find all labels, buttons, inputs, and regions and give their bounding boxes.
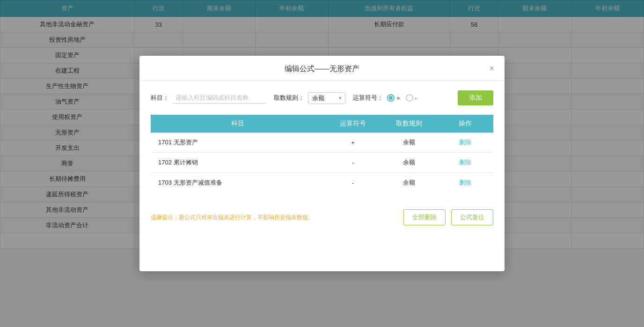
th-action: 操作: [437, 115, 493, 133]
rule-group: 取数规则： 余额 借方发生额 贷方发生额 ▼: [274, 92, 345, 104]
modal-title: 编辑公式——无形资产: [285, 65, 359, 73]
modal-overlay: 编辑公式——无形资产 × 科目： 取数规则： 余额: [0, 0, 644, 327]
table-row: 1702 累计摊销-余额删除: [151, 153, 493, 173]
add-button[interactable]: 添加: [458, 90, 493, 105]
radio-minus-circle[interactable]: [406, 94, 413, 102]
modal-dialog: 编辑公式——无形资产 × 科目： 取数规则： 余额: [139, 56, 505, 271]
rule-select-wrapper: 余额 借方发生额 贷方发生额 ▼: [308, 92, 345, 104]
cell-subject: 1702 累计摊销: [151, 153, 325, 173]
modal-footer: 温馨提示：新公式只对未出报表进行计算，不影响历史报表数据。 全部删除 公式复位: [139, 202, 505, 235]
reset-formula-button[interactable]: 公式复位: [451, 209, 493, 225]
th-subject: 科目: [151, 115, 325, 133]
rule-label: 取数规则：: [274, 94, 304, 102]
cell-rule: 余额: [381, 133, 437, 153]
table-row: 1703 无形资产减值准备-余额删除: [151, 173, 493, 193]
footer-hint: 温馨提示：新公式只对未出报表进行计算，不影响历史报表数据。: [151, 214, 314, 222]
table-row: 1701 无形资产+余额删除: [151, 133, 493, 153]
delete-row-button[interactable]: 删除: [459, 138, 471, 147]
radio-minus-label: -: [415, 95, 417, 102]
cell-action: 删除: [437, 153, 493, 173]
subject-group: 科目：: [151, 92, 266, 104]
table-header-row: 科目 运算符号 取数规则 操作: [151, 115, 493, 133]
subject-input[interactable]: [173, 92, 266, 104]
subject-label: 科目：: [151, 94, 169, 102]
cell-action: 删除: [437, 133, 493, 153]
radio-minus[interactable]: -: [406, 94, 417, 102]
form-row: 科目： 取数规则： 余额 借方发生额 贷方发生额 ▼: [151, 90, 493, 105]
modal-header: 编辑公式——无形资产 ×: [139, 56, 505, 81]
delete-all-button[interactable]: 全部删除: [403, 209, 446, 225]
modal-body: 科目： 取数规则： 余额 借方发生额 贷方发生额 ▼: [139, 81, 505, 202]
cell-subject: 1701 无形资产: [151, 133, 325, 153]
delete-row-button[interactable]: 删除: [459, 158, 471, 167]
cell-operator: +: [325, 133, 381, 153]
cell-action: 删除: [437, 173, 493, 193]
cell-rule: 余额: [381, 173, 437, 193]
radio-plus-circle[interactable]: [387, 94, 395, 102]
formula-table: 科目 运算符号 取数规则 操作 1701 无形资产+余额删除1702 累计摊销-…: [151, 115, 493, 193]
close-button[interactable]: ×: [486, 62, 497, 74]
footer-buttons: 全部删除 公式复位: [403, 209, 493, 225]
cell-subject: 1703 无形资产减值准备: [151, 173, 325, 193]
th-rule: 取数规则: [381, 115, 437, 133]
cell-rule: 余额: [381, 153, 437, 173]
operator-group: 运算符号： + -: [353, 94, 417, 102]
cell-operator: -: [325, 153, 381, 173]
radio-group: + -: [387, 94, 417, 102]
delete-row-button[interactable]: 删除: [459, 178, 471, 187]
cell-operator: -: [325, 173, 381, 193]
operator-label: 运算符号：: [353, 94, 383, 102]
rule-select[interactable]: 余额 借方发生额 贷方发生额: [308, 92, 345, 104]
th-operator: 运算符号: [325, 115, 381, 133]
radio-plus-label: +: [396, 95, 400, 102]
page-wrapper: 资产 行次 期末余额 年初余额 负债和所有者权益 行次 期末余额 年初余额 其他…: [0, 0, 644, 327]
radio-plus[interactable]: +: [387, 94, 400, 102]
